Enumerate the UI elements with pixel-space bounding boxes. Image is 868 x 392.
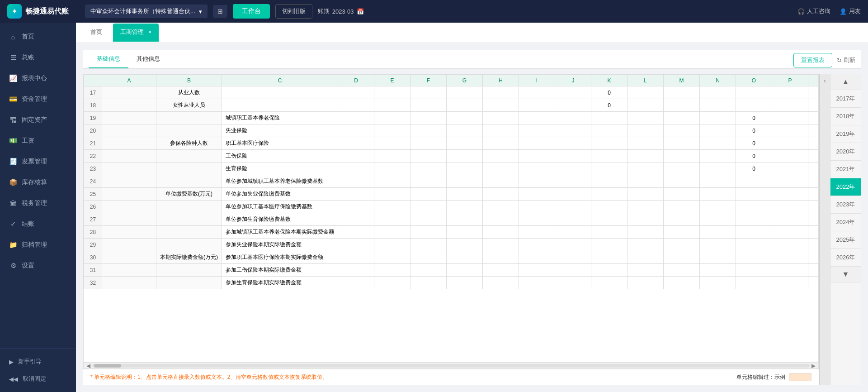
cell-f[interactable] <box>410 201 447 213</box>
cell-l[interactable] <box>627 226 664 239</box>
cell-f[interactable] <box>410 137 447 150</box>
cell-e[interactable] <box>374 175 410 188</box>
cell-e[interactable] <box>374 112 410 124</box>
cell-o[interactable] <box>736 188 772 201</box>
cell-k[interactable] <box>591 201 627 213</box>
cell-m[interactable] <box>664 86 700 99</box>
cell-m[interactable] <box>664 201 700 213</box>
cell-p[interactable] <box>772 99 808 112</box>
cell-n[interactable] <box>700 150 736 163</box>
cell-c[interactable]: 单位参加城镇职工基本养老保险缴费基数 <box>222 175 338 188</box>
cell-f[interactable] <box>410 213 447 226</box>
cell-c[interactable]: 工伤保险 <box>222 150 338 163</box>
sheet-scroll-area[interactable]: A B C D E F G H I J <box>84 75 818 362</box>
cell-o[interactable] <box>736 264 772 277</box>
cell-c[interactable]: 参加职工基本医疗保险本期实际缴费金额 <box>222 251 338 264</box>
cell-p[interactable] <box>772 277 808 289</box>
year-2019[interactable]: 2019年 <box>830 125 861 143</box>
cell-d[interactable] <box>338 175 374 188</box>
cell-f[interactable] <box>410 188 447 201</box>
cell-d[interactable] <box>338 163 374 175</box>
cell-b[interactable] <box>156 112 222 124</box>
cell-p[interactable] <box>772 137 808 150</box>
year-2021[interactable]: 2021年 <box>830 161 861 178</box>
cell-e[interactable] <box>374 277 410 289</box>
cell-j[interactable] <box>555 163 591 175</box>
cell-i[interactable] <box>519 175 555 188</box>
year-up-button[interactable]: ▲ <box>830 74 861 90</box>
cell-f[interactable] <box>410 251 447 264</box>
cell-o[interactable] <box>736 277 772 289</box>
tab-home[interactable]: 首页 <box>83 24 109 42</box>
sidebar-item-home[interactable]: ⌂ 首页 <box>0 26 76 47</box>
refresh-button[interactable]: ↻ 刷新 <box>837 56 855 64</box>
cell-l[interactable] <box>627 112 664 124</box>
reset-report-button[interactable]: 重置报表 <box>793 53 832 67</box>
cell-f[interactable] <box>410 150 447 163</box>
cell-l[interactable] <box>627 163 664 175</box>
cell-g[interactable] <box>447 175 483 188</box>
cell-k[interactable] <box>591 112 627 124</box>
cell-a[interactable] <box>102 124 156 137</box>
cell-n[interactable] <box>700 124 736 137</box>
cell-c[interactable] <box>222 99 338 112</box>
cell-i[interactable] <box>519 201 555 213</box>
cell-b[interactable] <box>156 264 222 277</box>
cell-k[interactable]: 0 <box>591 99 627 112</box>
service-button[interactable]: 🎧 人工咨询 <box>797 7 830 15</box>
sidebar-item-close-accounts[interactable]: ✓ 结账 <box>0 214 76 234</box>
cell-o[interactable] <box>736 239 772 251</box>
cell-a[interactable] <box>102 251 156 264</box>
cell-i[interactable] <box>519 137 555 150</box>
cell-d[interactable] <box>338 86 374 99</box>
cell-q[interactable] <box>808 239 819 251</box>
cell-p[interactable] <box>772 188 808 201</box>
cell-c[interactable]: 城镇职工基本养老保险 <box>222 112 338 124</box>
cell-a[interactable] <box>102 112 156 124</box>
cell-n[interactable] <box>700 99 736 112</box>
cell-i[interactable] <box>519 264 555 277</box>
cell-b[interactable]: 从业人数 <box>156 86 222 99</box>
cell-k[interactable] <box>591 175 627 188</box>
cell-d[interactable] <box>338 264 374 277</box>
cell-d[interactable] <box>338 188 374 201</box>
cell-g[interactable] <box>447 137 483 150</box>
cell-n[interactable] <box>700 226 736 239</box>
sub-tab-other[interactable]: 其他信息 <box>128 50 168 68</box>
cell-m[interactable] <box>664 150 700 163</box>
cell-i[interactable] <box>519 251 555 264</box>
cell-o[interactable]: 0 <box>736 124 772 137</box>
cell-e[interactable] <box>374 213 410 226</box>
cell-h[interactable] <box>483 150 519 163</box>
cell-q[interactable] <box>808 277 819 289</box>
cell-m[interactable] <box>664 264 700 277</box>
cell-n[interactable] <box>700 163 736 175</box>
cell-e[interactable] <box>374 86 410 99</box>
cell-l[interactable] <box>627 99 664 112</box>
cell-j[interactable] <box>555 137 591 150</box>
cell-g[interactable] <box>447 213 483 226</box>
cell-j[interactable] <box>555 277 591 289</box>
sidebar-item-ledger[interactable]: ☰ 总账 <box>0 47 76 68</box>
cell-o[interactable]: 0 <box>736 137 772 150</box>
cell-n[interactable] <box>700 239 736 251</box>
cell-i[interactable] <box>519 239 555 251</box>
sidebar-item-unpin[interactable]: ◀◀ 取消固定 <box>0 370 76 387</box>
cell-k[interactable] <box>591 137 627 150</box>
cell-m[interactable] <box>664 226 700 239</box>
collapse-button[interactable]: › <box>819 74 830 88</box>
cell-m[interactable] <box>664 251 700 264</box>
cell-j[interactable] <box>555 99 591 112</box>
cell-p[interactable] <box>772 251 808 264</box>
cell-h[interactable] <box>483 86 519 99</box>
cell-h[interactable] <box>483 239 519 251</box>
cell-c[interactable] <box>222 86 338 99</box>
cell-q[interactable] <box>808 163 819 175</box>
cell-d[interactable] <box>338 99 374 112</box>
cell-p[interactable] <box>772 150 808 163</box>
cell-b[interactable] <box>156 150 222 163</box>
cell-k[interactable] <box>591 251 627 264</box>
cell-e[interactable] <box>374 124 410 137</box>
cell-f[interactable] <box>410 226 447 239</box>
cell-l[interactable] <box>627 150 664 163</box>
